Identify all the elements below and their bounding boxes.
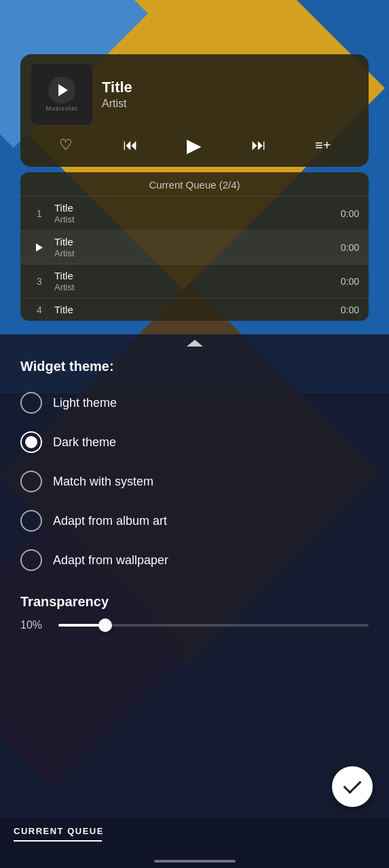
radio-dark[interactable] (20, 431, 42, 453)
play-button[interactable]: ▶ (182, 133, 206, 157)
queue-item-duration: 0:00 (341, 276, 359, 287)
theme-option-wallpaper[interactable]: Adapt from wallpaper (20, 542, 369, 578)
collapse-chevron[interactable] (0, 334, 389, 352)
player-controls: ♡ ⏮ ▶ ⏭ ≡+ (31, 133, 358, 157)
transparency-slider[interactable] (58, 624, 369, 627)
theme-option-system[interactable]: Match with system (20, 464, 369, 499)
current-queue-label[interactable]: CURRENT QUEUE (0, 826, 389, 836)
radio-wallpaper[interactable] (20, 549, 42, 571)
queue-item[interactable]: 3 Title Artist 0:00 (20, 264, 369, 298)
album-art: Musicolet (31, 64, 92, 125)
radio-dark-fill (25, 436, 37, 448)
queue-item-duration: 0:00 (341, 304, 359, 315)
theme-option-dark[interactable]: Dark theme (20, 425, 369, 460)
queue-playing-icon (30, 243, 49, 252)
player-artist: Artist (102, 98, 358, 110)
settings-content: Widget theme: Light theme Dark theme Mat… (0, 352, 389, 645)
theme-system-label: Match with system (53, 475, 153, 489)
prev-button[interactable]: ⏮ (118, 133, 143, 157)
queue-item-num: 3 (30, 276, 49, 287)
checkmark-icon (344, 776, 362, 794)
bottom-nav: CURRENT QUEUE (0, 818, 389, 868)
widget-area: Musicolet Title Artist ♡ ⏮ ▶ ⏭ ≡+ Curren… (0, 0, 389, 334)
confirm-fab[interactable] (332, 766, 373, 807)
transparency-section: Transparency 10% (20, 594, 369, 631)
theme-option-album[interactable]: Adapt from album art (20, 503, 369, 538)
queue-item-num: 1 (30, 208, 49, 219)
queue-item[interactable]: 1 Title Artist 0:00 (20, 197, 369, 231)
theme-light-label: Light theme (53, 396, 117, 410)
queue-item-info: Title (54, 304, 341, 315)
queue-item-duration: 0:00 (341, 208, 359, 219)
widget-theme-title: Widget theme: (20, 359, 369, 374)
like-button[interactable]: ♡ (54, 133, 78, 157)
chevron-up-icon (187, 340, 203, 347)
queue-item-artist: Artist (54, 282, 341, 292)
queue-item-info: Title Artist (54, 236, 341, 258)
settings-panel: Widget theme: Light theme Dark theme Mat… (0, 334, 389, 868)
theme-dark-label: Dark theme (53, 435, 116, 450)
queue-item-info: Title Artist (54, 202, 341, 224)
transparency-slider-row: 10% (20, 619, 369, 631)
add-queue-button[interactable]: ≡+ (311, 133, 335, 157)
queue-header: Current Queue (2/4) (20, 172, 369, 197)
album-app-label: Musicolet (45, 105, 77, 112)
queue-item-title: Title (54, 304, 341, 315)
radio-light[interactable] (20, 392, 42, 414)
player-title: Title (102, 79, 358, 96)
queue-item-num: 4 (30, 304, 49, 315)
queue-widget: Current Queue (2/4) 1 Title Artist 0:00 … (20, 172, 369, 321)
player-widget: Musicolet Title Artist ♡ ⏮ ▶ ⏭ ≡+ (20, 54, 369, 167)
queue-item-title: Title (54, 202, 341, 214)
player-info: Title Artist (102, 79, 358, 110)
queue-item-title: Title (54, 270, 341, 281)
player-top: Musicolet Title Artist (31, 64, 358, 125)
radio-album[interactable] (20, 510, 42, 532)
queue-item-artist: Artist (54, 248, 341, 258)
queue-item-duration: 0:00 (341, 242, 359, 253)
home-indicator (154, 860, 236, 863)
play-triangle-icon (58, 84, 68, 96)
transparency-title: Transparency (20, 594, 369, 610)
queue-item-playing[interactable]: Title Artist 0:00 (20, 231, 369, 264)
theme-album-label: Adapt from album art (53, 514, 167, 528)
slider-thumb[interactable] (98, 618, 112, 632)
radio-system[interactable] (20, 471, 42, 492)
queue-play-triangle (36, 243, 43, 252)
theme-wallpaper-label: Adapt from wallpaper (53, 553, 168, 568)
theme-option-light[interactable]: Light theme (20, 385, 369, 420)
next-button[interactable]: ⏭ (246, 133, 271, 157)
queue-item-title: Title (54, 236, 341, 248)
main-content: Musicolet Title Artist ♡ ⏮ ▶ ⏭ ≡+ Curren… (0, 0, 389, 868)
queue-item-info: Title Artist (54, 270, 341, 292)
queue-item[interactable]: 4 Title 0:00 (20, 298, 369, 321)
queue-item-artist: Artist (54, 214, 341, 224)
current-queue-underline (14, 840, 102, 842)
album-play-icon (48, 77, 75, 104)
transparency-value: 10% (20, 619, 49, 631)
